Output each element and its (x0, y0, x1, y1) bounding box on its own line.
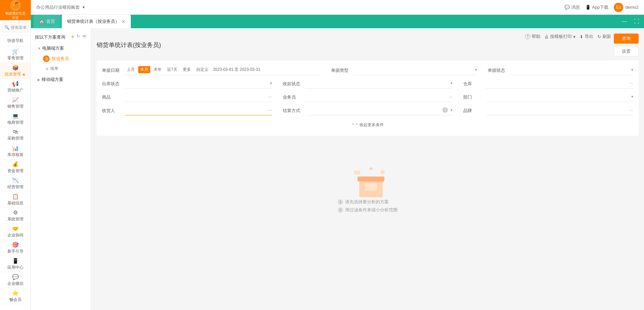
help-button[interactable]: ? 帮助 (525, 34, 540, 40)
message-btn[interactable]: 💬 消息 (565, 4, 580, 10)
filter-row-3: 商品 ··· 业务员 ··· (102, 93, 633, 102)
plan-sub-item-by-order[interactable]: ≡ 按单 (34, 64, 91, 73)
query-button[interactable]: 查询 (614, 34, 639, 44)
receiver-control[interactable]: ··· (125, 106, 272, 115)
sidebar-item-newbie[interactable]: 🎯 新手引导 (0, 240, 31, 256)
finance-icon: 💰 (12, 161, 19, 167)
receipt-status-control[interactable]: ▾ (306, 79, 453, 89)
refresh-label: 刷新 (602, 34, 611, 40)
sidebar-item-purchase[interactable]: 🛍 采购管理 (0, 127, 31, 143)
date-tab-custom[interactable]: 自定义 (194, 66, 210, 73)
date-tab-more[interactable]: 更多 (181, 66, 193, 73)
app-name: 畅捷通好生意 (5, 11, 25, 15)
empty-text: 1 请先选择要分析的方案 2 用过滤条件来缩小分析范围 (338, 199, 397, 215)
message-icon: 💬 (565, 5, 570, 10)
salesperson-control[interactable]: ··· (306, 93, 453, 102)
tab-report[interactable]: 销货单统计表（按业务员） ✕ (62, 15, 131, 28)
plan-group-pc-title[interactable]: ▼ 电脑端方案 (34, 43, 91, 53)
template-print-button[interactable]: 🖨 按模板打印 ▾ (544, 34, 576, 40)
sidebar-item-member[interactable]: ⭐ 畅会员 (0, 288, 31, 304)
stock-out-control[interactable]: ▾ (125, 79, 272, 89)
sidebar-item-marketing[interactable]: 📢 营销推广 (0, 79, 31, 95)
date-control[interactable]: 上月 本月 本年 近7天 更多 自定义 2023-03-01 至 2023-03… (125, 66, 320, 75)
stock-out-chevron-icon: ▾ (270, 81, 272, 86)
settlement-chevron-icon: ▾ (450, 108, 452, 112)
corp-icon: 🤝 (12, 225, 19, 232)
svg-rect-2 (365, 183, 377, 191)
tab-home[interactable]: 🏠 首页 (34, 15, 60, 28)
svg-point-5 (370, 167, 372, 170)
sidebar-item-corpwechat[interactable]: 💬 企业微信 (0, 272, 31, 288)
export-button[interactable]: ⬇ 导出 (580, 34, 593, 40)
receipt-status-chevron-icon: ▾ (450, 81, 452, 86)
newbie-icon: 🎯 (12, 242, 19, 248)
app-subtitle: 标版 (12, 15, 19, 20)
dept-label: 部门 (463, 94, 483, 100)
plan-group-mobile-title[interactable]: ▶ 移动端方案 (34, 74, 91, 85)
filter-item-date: 单据日期 上月 本月 本年 近7天 更多 自定义 2023-03-01 至 20… (102, 66, 320, 75)
order-icon: ≡ (46, 66, 48, 71)
sidebar-label-appcenter: 应用中心 (7, 265, 23, 270)
settlement-control[interactable]: ✕ ▾ (306, 106, 453, 115)
dept-control[interactable]: ▾ (486, 93, 633, 102)
tab-maximize-button[interactable]: ⛶ (632, 17, 641, 26)
sidebar-item-operation[interactable]: 📉 经营管理 (0, 175, 31, 192)
add-plan-button[interactable]: + (71, 34, 74, 41)
content-area: 按以下方案查询 + ↻ ≪ ▼ 电脑端方案 业 按业务员 ≡ 按 (31, 28, 644, 310)
date-tab-this-month[interactable]: 本月 (138, 66, 150, 73)
tab-close-icon[interactable]: ✕ (121, 19, 125, 24)
sidebar-item-finance[interactable]: 💰 资金管理 (0, 159, 31, 175)
user-name: demo2 (625, 5, 639, 10)
member-icon: ⭐ (12, 290, 19, 296)
filter-row-2: 出库状态 ▾ 收款状态 ▾ (102, 79, 633, 89)
goods-control[interactable]: ··· (125, 93, 272, 102)
sidebar-item-inventory[interactable]: 📊 库存核算 (0, 143, 31, 159)
sidebar-item-corp[interactable]: 🤝 企业协同 (0, 224, 31, 240)
brand-dots-icon: ··· (629, 107, 633, 113)
date-tab-7days[interactable]: 近7天 (165, 66, 179, 73)
collapse-bar[interactable]: ⌃⌃ 收起更多条件 (102, 119, 633, 131)
search-icon: 🔍 (4, 25, 9, 30)
sidebar-item-system[interactable]: ⚙ 系统管理 (0, 208, 31, 224)
app-download-btn[interactable]: 📱 App下载 (585, 4, 608, 10)
tab-minimize-button[interactable]: — (620, 17, 629, 26)
home-icon: 🏠 (39, 19, 44, 24)
date-tab-last-month[interactable]: 上月 (125, 66, 137, 73)
topbar-dropdown[interactable]: ▾ (83, 5, 85, 10)
refresh-icon: ↻ (597, 34, 601, 39)
settings-button[interactable]: 设置 (614, 46, 639, 56)
sidebar-item-appcenter[interactable]: 📱 应用中心 (0, 256, 31, 272)
sidebar-item-wholesale[interactable]: 📦 批发管理 ▲ (0, 63, 31, 79)
sidebar-item-ecommerce[interactable]: 💻 电商管理 (0, 111, 31, 127)
step1-num: 1 (338, 199, 343, 205)
search-menu-button[interactable]: 🔍 搜索菜单 (2, 23, 29, 32)
settlement-label: 结算方式 (283, 108, 303, 114)
sidebar-item-sales[interactable]: 📈 销售管理 (0, 95, 31, 111)
doc-type-control[interactable]: ▾ (354, 66, 477, 75)
doc-type-chevron-icon: ▾ (475, 67, 477, 72)
warehouse-control[interactable]: ··· (486, 79, 633, 89)
filter-row-1: 单据日期 上月 本月 本年 近7天 更多 自定义 2023-03-01 至 20… (102, 66, 633, 75)
plan-label-by-salesperson: 按业务员 (52, 56, 69, 62)
sidebar-label-inventory: 库存核算 (7, 152, 23, 158)
refresh-plan-icon[interactable]: ↻ (76, 34, 80, 41)
receipt-status-label: 收款状态 (283, 81, 303, 87)
brand-control[interactable]: ··· (486, 106, 633, 115)
plan-item-by-salesperson[interactable]: 业 按业务员 (34, 53, 91, 64)
user-info[interactable]: Ea demo2 (614, 3, 639, 12)
collapse-panel-icon[interactable]: ≪ (82, 34, 87, 41)
date-tab-this-year[interactable]: 本年 (152, 66, 164, 73)
expand-arrow-mobile-icon: ▶ (38, 78, 40, 82)
sidebar-item-basic[interactable]: 📋 基础信息 (0, 192, 31, 208)
refresh-button[interactable]: ↻ 刷新 (597, 34, 611, 40)
empty-state: 1 请先选择要分析的方案 2 用过滤条件来缩小分析范围 (97, 139, 639, 242)
settlement-clear-button[interactable]: ✕ (442, 107, 448, 113)
collapse-up-icon: ⌃⌃ (352, 123, 358, 127)
sidebar-label-purchase: 采购管理 (7, 136, 23, 141)
doc-status-control[interactable]: ▾ (511, 66, 633, 75)
doc-type-label: 单据类型 (331, 67, 351, 73)
date-range-value: 2023-03-01 至 2023-03-31 (213, 67, 260, 72)
sidebar-label-corp: 企业协同 (7, 232, 23, 238)
sidebar-item-retail[interactable]: 🛒 零售管理 (0, 47, 31, 63)
salesperson-dots-icon: ··· (449, 94, 453, 99)
